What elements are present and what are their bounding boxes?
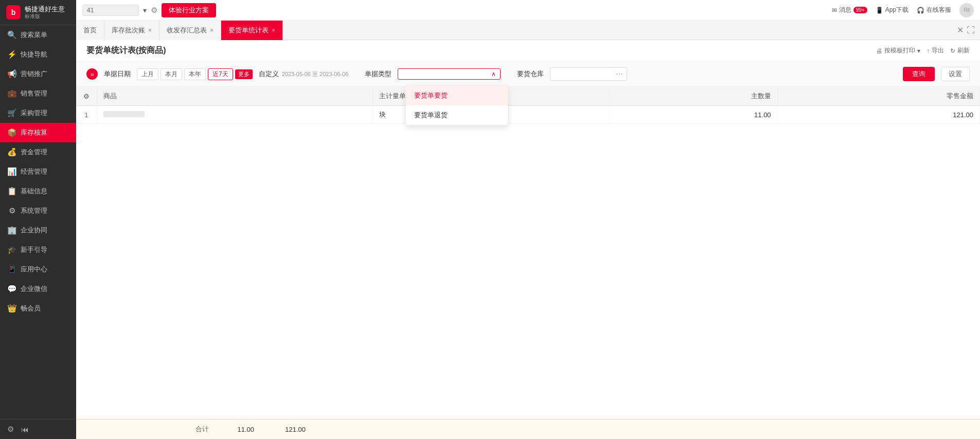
tab-close-requisition-stats[interactable]: × — [272, 27, 275, 34]
tab-fullscreen-btn[interactable]: ⛶ — [967, 26, 975, 35]
table-header-row: ⚙ 商品 主计量单位 主数量 零售金额 — [76, 87, 980, 106]
sidebar-item-finance[interactable]: 💰资金管理 — [0, 142, 76, 162]
sidebar-label-quick-nav: 快捷导航 — [21, 50, 47, 59]
warehouse-select[interactable]: ··· — [550, 67, 627, 81]
sidebar-item-business[interactable]: 📊经营管理 — [0, 162, 76, 181]
sidebar-label-member: 畅会员 — [21, 304, 41, 313]
topbar-dropdown-btn[interactable]: ▾ — [143, 6, 147, 14]
print-btn[interactable]: 🖨 按模板打印 ▾ — [876, 46, 920, 55]
footer-qty: 11.00 — [209, 426, 260, 433]
tab-label-receive-summary: 收发存汇总表 — [167, 26, 207, 35]
table-row: 1 块 11.00 121.00 — [76, 106, 980, 124]
date-more-tag[interactable]: 更多 — [235, 69, 253, 79]
messages-icon: ✉ — [832, 7, 837, 14]
custom-label[interactable]: 自定义 — [259, 69, 279, 79]
download-icon: 📱 — [876, 7, 883, 14]
cell-qty: 11.00 — [609, 106, 777, 124]
footer-amount: 121.00 — [260, 426, 312, 433]
refresh-btn[interactable]: ↻ 刷新 — [950, 46, 970, 55]
sidebar-item-inventory[interactable]: 📦库存核算 — [0, 123, 76, 142]
settings-icon[interactable]: ⚙ — [7, 425, 14, 434]
dropdown-option-0[interactable]: 要货单要货 — [406, 86, 508, 105]
tab-inventory-batch[interactable]: 库存批次账× — [104, 21, 159, 40]
page-content: 要货单统计表(按商品) 🖨 按模板打印 ▾ ↑ 导出 ↻ 刷新 » — [76, 40, 980, 439]
topbar-left: ▾ ⚙ 体验行业方案 — [82, 3, 828, 17]
collapse-icon[interactable]: ⏮ — [21, 425, 29, 434]
sidebar-item-purchase[interactable]: 🛒采购管理 — [0, 103, 76, 123]
sidebar-item-quick-nav[interactable]: ⚡快捷导航 — [0, 45, 76, 64]
topbar-gear-icon[interactable]: ⚙ — [151, 6, 157, 15]
appstore-icon: 📱 — [7, 265, 16, 274]
main-wrap: ▾ ⚙ 体验行业方案 ✉ 消息 99+ 📱 App下载 🎧 在线客服 Rit — [76, 0, 980, 439]
tab-expand-area: ✕⛶ — [957, 25, 980, 35]
dropdown-option-1[interactable]: 要货单退货 — [406, 105, 508, 125]
sidebar-item-base[interactable]: 📋基础信息 — [0, 181, 76, 201]
sidebar-label-finance: 资金管理 — [21, 148, 47, 157]
sidebar-label-base: 基础信息 — [21, 187, 47, 196]
enterprise-icon: 🏢 — [7, 226, 16, 235]
cell-product — [97, 106, 372, 124]
sidebar-item-enterprise[interactable]: 🏢企业协同 — [0, 221, 76, 240]
sidebar-nav: 🔍搜索菜单⚡快捷导航📢营销推广💼销售管理🛒采购管理📦库存核算💰资金管理📊经营管理… — [0, 25, 76, 419]
tab-receive-summary[interactable]: 收发存汇总表× — [159, 21, 221, 40]
date-btn-thisyear[interactable]: 本年 — [184, 68, 206, 80]
sidebar-label-purchase: 采购管理 — [21, 108, 47, 118]
date-btn-lastmonth[interactable]: 上月 — [137, 68, 158, 80]
col-settings[interactable]: ⚙ — [76, 87, 97, 106]
messages-badge: 99+ — [853, 7, 867, 13]
warehouse-more-icon: ··· — [616, 69, 622, 79]
query-button[interactable]: 查询 — [903, 67, 935, 81]
date-btn-thismonth[interactable]: 本月 — [161, 68, 182, 80]
sidebar-item-marketing[interactable]: 📢营销推广 — [0, 64, 76, 84]
refresh-icon: ↻ — [950, 47, 955, 54]
type-select[interactable]: ∧ — [398, 68, 501, 80]
tab-label-home: 首页 — [83, 26, 97, 35]
messages-item[interactable]: ✉ 消息 99+ — [832, 6, 867, 14]
user-item[interactable]: Rit — [959, 3, 974, 17]
service-item[interactable]: 🎧 在线客服 — [917, 6, 951, 14]
filter-bar: » 单据日期 上月 本月 本年 近7天 更多 自定义 2023-05-06 至 … — [76, 62, 980, 87]
print-icon: 🖨 — [876, 47, 882, 54]
trial-button[interactable]: 体验行业方案 — [162, 3, 216, 17]
tab-close-inventory-batch[interactable]: × — [148, 27, 152, 34]
sidebar-item-sales[interactable]: 💼销售管理 — [0, 84, 76, 103]
sidebar-label-business: 经营管理 — [21, 167, 47, 176]
sidebar: b 畅捷通好生意 标准版 🔍搜索菜单⚡快捷导航📢营销推广💼销售管理🛒采购管理📦库… — [0, 0, 76, 439]
tab-requisition-stats[interactable]: 要货单统计表× — [221, 21, 283, 40]
sidebar-item-member[interactable]: 👑畅会员 — [0, 299, 76, 318]
date-btn-7days[interactable]: 近7天 — [208, 68, 233, 80]
sidebar-item-weixin[interactable]: 💬企业微信 — [0, 279, 76, 299]
date-buttons: 上月 本月 本年 近7天 更多 — [137, 68, 253, 80]
quick-nav-icon: ⚡ — [7, 50, 16, 59]
tab-close-all-btn[interactable]: ✕ — [957, 25, 964, 35]
filter-expand-btn[interactable]: » — [86, 68, 98, 80]
tab-close-receive-summary[interactable]: × — [210, 27, 213, 34]
page-actions: 🖨 按模板打印 ▾ ↑ 导出 ↻ 刷新 — [876, 46, 970, 55]
topbar-right: ✉ 消息 99+ 📱 App下载 🎧 在线客服 Rit — [832, 3, 974, 17]
sidebar-item-system[interactable]: ⚙系统管理 — [0, 201, 76, 221]
sidebar-item-guide[interactable]: 🎓新手引导 — [0, 240, 76, 260]
sidebar-label-enterprise: 企业协同 — [21, 226, 47, 235]
sidebar-item-appstore[interactable]: 📱应用中心 — [0, 260, 76, 279]
sidebar-label-search: 搜索菜单 — [21, 30, 47, 40]
marketing-icon: 📢 — [7, 69, 16, 79]
app-logo-text: 畅捷通好生意 标准版 — [25, 5, 65, 20]
set-button[interactable]: 设置 — [941, 67, 970, 81]
download-item[interactable]: 📱 App下载 — [876, 6, 908, 14]
table-area: ⚙ 商品 主计量单位 主数量 零售金额 1 块 11.00 121.00 — [76, 87, 980, 419]
service-label: 在线客服 — [926, 6, 951, 14]
purchase-icon: 🛒 — [7, 108, 16, 118]
type-select-arrow-icon: ∧ — [491, 70, 496, 78]
warehouse-label: 要货仓库 — [517, 69, 544, 79]
tab-home[interactable]: 首页 — [76, 21, 104, 40]
export-btn[interactable]: ↑ 导出 — [926, 46, 944, 55]
app-name: 畅捷通好生意 — [25, 5, 65, 13]
member-icon: 👑 — [7, 304, 16, 313]
tab-label-inventory-batch: 库存批次账 — [112, 26, 145, 35]
tabbar: 首页库存批次账×收发存汇总表×要货单统计表×✕⛶ — [76, 21, 980, 40]
sidebar-item-search[interactable]: 🔍搜索菜单 — [0, 25, 76, 45]
download-label: App下载 — [885, 6, 908, 14]
breadcrumb-input[interactable] — [82, 5, 139, 16]
search-icon: 🔍 — [7, 30, 16, 40]
date-range-text: 2023-05-06 至 2023-06-06 — [282, 70, 349, 78]
